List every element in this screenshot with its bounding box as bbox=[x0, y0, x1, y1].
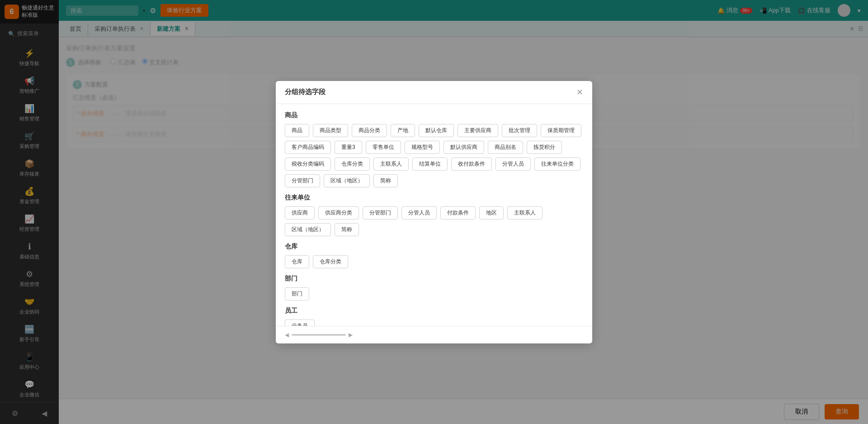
modal-title: 分组待选字段 bbox=[285, 88, 326, 96]
field-tag-goods-23[interactable]: 区域（地区） bbox=[324, 174, 370, 187]
modal-footer: ◀ ▶ bbox=[276, 326, 592, 343]
field-tag-goods-20[interactable]: 分管人员 bbox=[495, 157, 531, 171]
field-tag-goods-10[interactable]: 零售单位 bbox=[366, 141, 401, 154]
field-tag-partner-0[interactable]: 供应商 bbox=[285, 206, 315, 219]
field-tag-goods-9[interactable]: 重量3 bbox=[335, 141, 362, 154]
field-tag-goods-14[interactable]: 拣货积分 bbox=[527, 141, 562, 154]
field-tag-partner-8[interactable]: 简称 bbox=[335, 223, 359, 236]
field-tags-department: 部门 bbox=[285, 287, 583, 300]
group-title-partner: 往来单位 bbox=[285, 194, 583, 202]
field-tag-goods-13[interactable]: 商品别名 bbox=[488, 141, 523, 154]
field-tag-partner-3[interactable]: 分管人员 bbox=[401, 206, 437, 219]
field-tag-goods-19[interactable]: 收付款条件 bbox=[451, 157, 492, 171]
field-tag-partner-6[interactable]: 主联系人 bbox=[507, 206, 542, 219]
field-tag-goods-17[interactable]: 主联系人 bbox=[373, 157, 409, 171]
page-content: 采购订单执行表方案设置 1 选择模板 汇总表 交叉统计表 2 方案配置 bbox=[59, 37, 868, 424]
field-tag-goods-21[interactable]: 往来单位分类 bbox=[534, 157, 580, 171]
field-tags-warehouse: 仓库 仓库分类 bbox=[285, 255, 583, 268]
field-tag-goods-5[interactable]: 主要供应商 bbox=[458, 124, 498, 137]
field-tag-goods-24[interactable]: 简称 bbox=[373, 174, 398, 187]
scroll-right-icon[interactable]: ▶ bbox=[349, 332, 353, 338]
field-tag-goods-12[interactable]: 默认供应商 bbox=[443, 141, 484, 154]
field-tag-goods-3[interactable]: 产地 bbox=[391, 124, 415, 137]
modal-header: 分组待选字段 ✕ bbox=[276, 81, 592, 104]
field-tag-goods-6[interactable]: 批次管理 bbox=[502, 124, 537, 137]
field-tags-goods: 商品 商品类型 商品分类 产地 默认仓库 主要供应商 批次管理 保质期管理 客户… bbox=[285, 124, 583, 187]
scroll-left-icon[interactable]: ◀ bbox=[285, 332, 289, 338]
field-tag-goods-15[interactable]: 税收分类编码 bbox=[285, 157, 331, 171]
field-tag-partner-1[interactable]: 供应商分类 bbox=[318, 206, 359, 219]
field-tag-emp-0[interactable]: 业务员 bbox=[285, 319, 315, 326]
field-tag-goods-7[interactable]: 保质期管理 bbox=[541, 124, 581, 137]
scroll-bar bbox=[292, 334, 346, 336]
field-tag-goods-22[interactable]: 分管部门 bbox=[285, 174, 320, 187]
field-tag-goods-4[interactable]: 默认仓库 bbox=[419, 124, 454, 137]
modal-body[interactable]: 商品 商品 商品类型 商品分类 产地 默认仓库 主要供应商 批次管理 保质期管理… bbox=[276, 104, 592, 326]
field-tag-partner-2[interactable]: 分管部门 bbox=[363, 206, 398, 219]
field-tag-dept-0[interactable]: 部门 bbox=[285, 287, 309, 300]
group-title-goods: 商品 bbox=[285, 111, 583, 119]
field-tag-goods-2[interactable]: 商品分类 bbox=[352, 124, 387, 137]
field-tag-partner-7[interactable]: 区域（地区） bbox=[285, 223, 331, 236]
field-tag-goods-1[interactable]: 商品类型 bbox=[313, 124, 348, 137]
group-title-employee: 员工 bbox=[285, 307, 583, 315]
field-tag-goods-0[interactable]: 商品 bbox=[285, 124, 309, 137]
group-title-warehouse: 仓库 bbox=[285, 243, 583, 251]
group-title-department: 部门 bbox=[285, 275, 583, 283]
field-tags-employee: 业务员 bbox=[285, 319, 583, 326]
field-tag-warehouse-1[interactable]: 仓库分类 bbox=[313, 255, 348, 268]
modal-overlay: 分组待选字段 ✕ 商品 商品 商品类型 商品分类 产地 默认仓库 主要供应商 bbox=[59, 37, 868, 424]
field-tags-partner: 供应商 供应商分类 分管部门 分管人员 付款条件 地区 主联系人 区域（地区） … bbox=[285, 206, 583, 236]
modal-close-btn[interactable]: ✕ bbox=[576, 87, 583, 97]
field-tag-goods-18[interactable]: 结算单位 bbox=[412, 157, 448, 171]
field-tag-goods-11[interactable]: 规格型号 bbox=[405, 141, 440, 154]
main-area: ▾ ⚙ 体验行业方案 🔔 消息 99+ 📲 App下载 🎧 在线 bbox=[59, 0, 868, 424]
field-tag-partner-4[interactable]: 付款条件 bbox=[440, 206, 476, 219]
field-tag-goods-8[interactable]: 客户商品编码 bbox=[285, 141, 331, 154]
field-tag-warehouse-0[interactable]: 仓库 bbox=[285, 255, 309, 268]
field-tag-goods-16[interactable]: 仓库分类 bbox=[335, 157, 370, 171]
field-select-modal: 分组待选字段 ✕ 商品 商品 商品类型 商品分类 产地 默认仓库 主要供应商 bbox=[276, 81, 592, 343]
field-tag-partner-5[interactable]: 地区 bbox=[479, 206, 504, 219]
